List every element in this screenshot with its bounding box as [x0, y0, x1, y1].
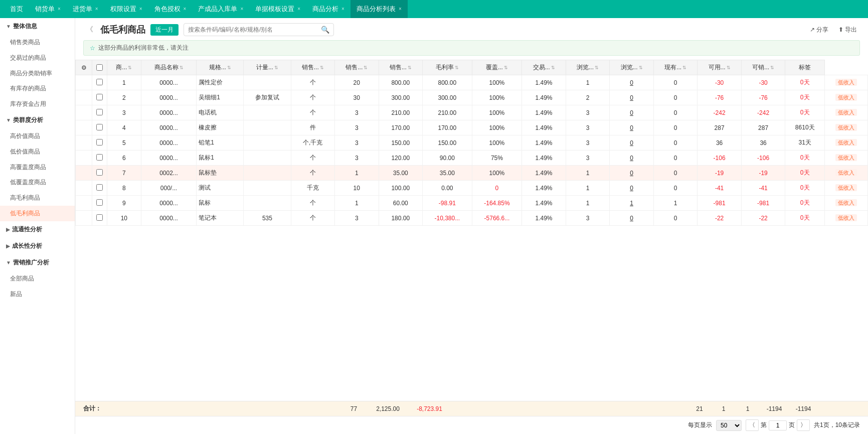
- row-spec: [244, 151, 291, 166]
- export-button[interactable]: ⬆ 导出: [835, 24, 860, 36]
- row-checkbox[interactable]: [92, 135, 107, 151]
- sidebar-section-flow[interactable]: ▶ 流通性分析: [0, 221, 75, 238]
- nav-product-entry[interactable]: 产成品入库单 ×: [192, 0, 249, 18]
- nav-role-auth[interactable]: 角色授权 ×: [148, 0, 193, 18]
- sidebar-item-new-goods[interactable]: 新品: [0, 286, 75, 302]
- nav-home[interactable]: 首页: [4, 0, 29, 18]
- sidebar-item-low-coverage[interactable]: 低覆盖度商品: [0, 175, 75, 190]
- row-select-checkbox[interactable]: [96, 79, 103, 85]
- row-browse1[interactable]: 0: [610, 181, 654, 196]
- nav-sales[interactable]: 销货单 ×: [29, 0, 67, 18]
- row-browse1[interactable]: 0: [610, 90, 654, 105]
- row-browse1[interactable]: 0: [610, 151, 654, 166]
- th-spec[interactable]: 规格...⇅: [197, 60, 244, 75]
- close-icon[interactable]: ×: [139, 0, 142, 18]
- row-checkbox[interactable]: [92, 196, 107, 211]
- row-select-checkbox[interactable]: [96, 184, 103, 191]
- row-code: 0000...: [141, 211, 197, 226]
- th-tag[interactable]: 标签: [785, 60, 825, 75]
- row-select-checkbox[interactable]: [96, 214, 103, 221]
- nav-template-settings[interactable]: 单据模板设置 ×: [249, 0, 306, 18]
- select-all-checkbox[interactable]: [96, 64, 103, 71]
- th-coverage[interactable]: 覆盖...⇅: [472, 60, 522, 75]
- row-select-checkbox[interactable]: [96, 109, 103, 115]
- next-page-btn[interactable]: 〉: [797, 419, 810, 431]
- row-name: 吴细细1: [197, 90, 244, 105]
- sidebar-section-growth[interactable]: ▶ 成长性分析: [0, 238, 75, 254]
- row-sellable: 0天: [785, 105, 825, 120]
- nav-product-analysis[interactable]: 商品分析 ×: [306, 0, 351, 18]
- row-select-checkbox[interactable]: [96, 169, 103, 176]
- th-unit[interactable]: 计量...⇅: [244, 60, 291, 75]
- sidebar-item-sales-goods[interactable]: 销售类商品: [0, 35, 75, 50]
- sidebar-item-high-value[interactable]: 高价值商品: [0, 128, 75, 144]
- row-checkbox[interactable]: [92, 120, 107, 135]
- close-icon[interactable]: ×: [58, 0, 61, 18]
- page-number-input[interactable]: [769, 420, 787, 430]
- close-icon[interactable]: ×: [341, 0, 344, 18]
- search-input[interactable]: [188, 26, 321, 33]
- per-page-select[interactable]: 50 20 100: [716, 420, 742, 431]
- th-sellable[interactable]: 可销...⇅: [741, 60, 785, 75]
- sidebar-item-high-margin[interactable]: 高毛利商品: [0, 190, 75, 206]
- row-select-checkbox[interactable]: [96, 124, 103, 130]
- row-browse1[interactable]: 0: [610, 75, 654, 90]
- close-icon[interactable]: ×: [95, 0, 98, 18]
- row-checkbox[interactable]: [92, 151, 107, 166]
- th-name[interactable]: 商品名称⇅: [141, 60, 197, 75]
- sidebar-item-stock-capital[interactable]: 库存资金占用: [0, 96, 75, 112]
- sidebar-item-all-goods[interactable]: 全部商品: [0, 271, 75, 286]
- th-sales-price[interactable]: 销售...⇅: [335, 60, 379, 75]
- row-checkbox[interactable]: [92, 181, 107, 196]
- row-checkbox[interactable]: [92, 75, 107, 90]
- close-icon[interactable]: ×: [399, 0, 402, 18]
- th-sales-profit[interactable]: 销售...⇅: [379, 60, 423, 75]
- row-spec: [244, 181, 291, 196]
- sidebar-item-low-margin[interactable]: 低毛利商品: [0, 206, 75, 221]
- sidebar-section-cluster[interactable]: ▼ 类群度分析: [0, 112, 75, 128]
- th-settings[interactable]: ⚙: [76, 60, 92, 75]
- row-browse1[interactable]: 0: [610, 166, 654, 181]
- share-button[interactable]: ↗ 分享: [807, 24, 831, 36]
- th-gross-margin[interactable]: 毛利率⇅: [423, 60, 472, 75]
- th-browse1[interactable]: 浏览...⇅: [566, 60, 610, 75]
- th-browse2[interactable]: 浏览...⇅: [610, 60, 654, 75]
- th-code[interactable]: 商...⇅: [107, 60, 141, 75]
- th-current-stock[interactable]: 现有...⇅: [653, 60, 698, 75]
- sidebar-item-high-coverage[interactable]: 高覆盖度商品: [0, 160, 75, 175]
- close-icon[interactable]: ×: [184, 0, 187, 18]
- row-checkbox[interactable]: [92, 166, 107, 181]
- th-trade-count[interactable]: 交易...⇅: [522, 60, 566, 75]
- row-checkbox[interactable]: [92, 211, 107, 226]
- export-icon: ⬆: [838, 26, 843, 33]
- sidebar-item-stock-goods[interactable]: 有库存的商品: [0, 81, 75, 96]
- close-icon[interactable]: ×: [240, 0, 243, 18]
- sidebar-section-overall[interactable]: ▼ 整体信息: [0, 18, 75, 35]
- row-select-checkbox[interactable]: [96, 139, 103, 146]
- row-checkbox[interactable]: [92, 105, 107, 120]
- row-select-checkbox[interactable]: [96, 154, 103, 161]
- nav-permissions[interactable]: 权限设置 ×: [104, 0, 148, 18]
- sidebar-item-category-rate[interactable]: 商品分类助销率: [0, 66, 75, 81]
- row-select-checkbox[interactable]: [96, 94, 103, 100]
- nav-purchase[interactable]: 进货单 ×: [67, 0, 104, 18]
- th-available-stock[interactable]: 可用...⇅: [698, 60, 742, 75]
- row-browse1[interactable]: 0: [610, 211, 654, 226]
- row-browse1[interactable]: 0: [610, 105, 654, 120]
- sidebar-item-low-value[interactable]: 低价值商品: [0, 144, 75, 160]
- filter-btn[interactable]: 近一月: [150, 24, 179, 36]
- row-select-checkbox[interactable]: [96, 199, 103, 206]
- row-browse1[interactable]: 0: [610, 120, 654, 135]
- sidebar-section-marketing[interactable]: ▼ 营销推广分析: [0, 254, 75, 271]
- close-icon[interactable]: ×: [297, 0, 300, 18]
- th-sales-qty[interactable]: 销售...⇅: [291, 60, 335, 75]
- th-checkbox[interactable]: [92, 60, 107, 75]
- row-browse2: 0: [653, 151, 698, 166]
- row-browse1[interactable]: 1: [610, 196, 654, 211]
- sidebar-collapse-btn[interactable]: 《: [84, 23, 95, 36]
- nav-product-analysis-list[interactable]: 商品分析列表 ×: [351, 0, 408, 18]
- row-browse1[interactable]: 0: [610, 135, 654, 151]
- row-checkbox[interactable]: [92, 90, 107, 105]
- sidebar-item-traded-goods[interactable]: 交易过的商品: [0, 50, 75, 66]
- prev-page-btn[interactable]: 〈: [746, 419, 759, 431]
